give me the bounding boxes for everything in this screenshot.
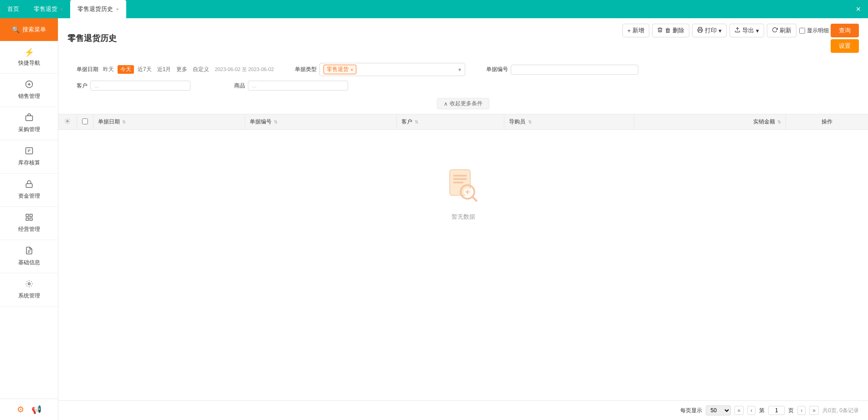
sidebar-item-quick-nav[interactable]: ⚡ 快捷导航 [0,41,58,74]
th-voucher-label: 单据编号 [250,118,272,125]
svg-line-17 [472,197,476,201]
page-input[interactable] [768,406,785,415]
new-label: 新增 [632,26,644,35]
th-voucher-sort-icon: ⇅ [274,119,277,124]
type-tag-text: 零售退货 [327,66,349,73]
window-close-button[interactable]: × [848,5,868,14]
tab-retail-return-close[interactable]: × [60,6,63,12]
collapse-up-icon: ∧ [444,101,448,107]
sidebar-item-basic-info[interactable]: 基础信息 [0,240,58,273]
customer-placeholder: ... [94,82,99,89]
customer-input[interactable]: ... [90,81,190,91]
empty-row: 暂无数据 [58,130,868,249]
date-opt-custom[interactable]: 自定义 [191,65,211,74]
setting-button[interactable]: 设置 [831,39,859,53]
inventory-icon [25,147,33,157]
date-opt-last-month[interactable]: 近1月 [155,65,173,74]
svg-rect-4 [26,214,28,216]
delete-button[interactable]: 🗑 删除 [652,24,689,37]
display-detail-label: 显示明细 [807,27,829,35]
th-action-label: 操作 [822,118,832,125]
sidebar-search-label: 搜索菜单 [22,26,46,34]
date-opt-more[interactable]: 更多 [175,65,189,74]
first-page-button[interactable]: « [734,406,744,415]
query-set-group: 查询 设置 [831,24,859,53]
goods-input[interactable]: ... [248,81,348,91]
date-opt-last7[interactable]: 近7天 [136,65,154,74]
th-date[interactable]: 单据日期 ⇅ [93,114,245,130]
export-button[interactable]: 导出 ▾ [729,24,764,37]
th-amount-label: 实销金额 [753,118,775,125]
new-button[interactable]: + 新增 [622,24,650,37]
bottom-gear-icon[interactable]: ⚙ [17,405,24,415]
last-page-button[interactable]: » [809,406,819,415]
type-tag-close[interactable]: × [350,67,353,72]
tab-home-label: 首页 [7,5,19,13]
query-button[interactable]: 查询 [831,24,859,37]
next-page-button[interactable]: › [797,406,806,415]
date-opt-today[interactable]: 今天 [118,65,134,74]
sidebar-item-inventory-label: 库存核算 [18,159,40,167]
print-label: 打印 [705,26,717,35]
system-icon [25,280,33,290]
tab-retail-return-history-label: 零售退货历史 [77,5,113,13]
th-customer-label: 客户 [401,118,412,125]
tab-retail-return[interactable]: 零售退货 × [26,0,70,18]
th-checkbox[interactable] [77,114,93,130]
sidebar-menu: ⚡ 快捷导航 销售管理 采购管理 库存核算 [0,41,58,399]
filter-customer: 客户 ... [77,81,190,91]
empty-state: 暂无数据 [58,130,868,248]
tab-retail-return-history-close[interactable]: × [116,6,118,12]
sidebar-item-operations-mgmt[interactable]: 经营管理 [0,207,58,240]
voucher-filter-label: 单据编号 [486,66,508,73]
filter-goods: 商品 ... [234,81,348,91]
bottom-speaker-icon[interactable]: 📢 [31,405,41,415]
page-suffix: 页 [788,407,794,415]
refresh-icon [772,27,778,34]
sales-icon [25,80,33,91]
empty-icon [443,166,484,207]
tab-home[interactable]: 首页 [0,0,26,18]
th-date-sort-icon: ⇅ [122,119,126,124]
tab-retail-return-history[interactable]: 零售退货历史 × [70,0,126,18]
display-detail-checkbox[interactable] [799,28,805,34]
th-settings[interactable] [58,114,77,130]
th-customer[interactable]: 客户 ⇅ [397,114,504,130]
print-button[interactable]: 打印 ▾ [692,24,727,37]
sidebar-search[interactable]: 🔍 搜索菜单 [0,18,58,41]
filter-date: 单据日期 昨天 今天 近7天 近1月 更多 自定义 2023-06-02 至 2… [77,65,274,74]
select-all-checkbox[interactable] [82,118,88,124]
type-tag: 零售退货 × [324,65,356,74]
date-range-display: 2023-06-02 至 2023-06-02 [215,66,274,73]
collapse-bar[interactable]: ∧ 收起更多条件 [77,95,850,114]
page-title: 零售退货历史 [67,33,117,44]
voucher-input[interactable] [511,65,638,75]
pagination-bar: 每页显示 50 10 20 100 « ‹ 第 页 › » 共0页, 0条记录 [58,400,868,420]
sidebar-item-funds-mgmt[interactable]: 资金管理 [0,174,58,207]
th-guide[interactable]: 导购员 ⇅ [504,114,634,130]
sidebar-item-purchase-mgmt[interactable]: 采购管理 [0,107,58,140]
table-body: 暂无数据 [58,130,868,249]
svg-rect-5 [30,214,32,216]
sidebar-item-system-mgmt[interactable]: 系统管理 [0,273,58,307]
refresh-button[interactable]: 刷新 [767,24,796,37]
sidebar-item-sales-mgmt[interactable]: 销售管理 [0,74,58,107]
export-icon [734,27,740,34]
th-voucher-no[interactable]: 单据编号 ⇅ [245,114,396,130]
date-options: 昨天 今天 近7天 近1月 更多 自定义 2023-06-02 至 2023-0… [101,65,274,74]
display-detail-checkbox-wrap[interactable]: 显示明细 [799,27,829,35]
svg-rect-9 [699,31,702,32]
collapse-label: 收起更多条件 [450,100,483,108]
funds-icon [25,180,33,190]
svg-rect-7 [30,218,32,220]
th-amount-sort-icon: ⇅ [777,119,781,124]
per-page-label: 每页显示 [680,407,702,415]
th-actual-amount[interactable]: 实销金额 ⇅ [634,114,786,130]
export-label: 导出 [742,26,754,35]
type-select[interactable]: 零售退货 × ▾ [319,63,465,76]
sidebar-item-inventory-calc[interactable]: 库存核算 [0,140,58,174]
export-chevron-icon: ▾ [756,27,759,34]
per-page-select[interactable]: 50 10 20 100 [706,405,731,415]
prev-page-button[interactable]: ‹ [747,406,755,415]
date-opt-yesterday[interactable]: 昨天 [101,65,116,74]
